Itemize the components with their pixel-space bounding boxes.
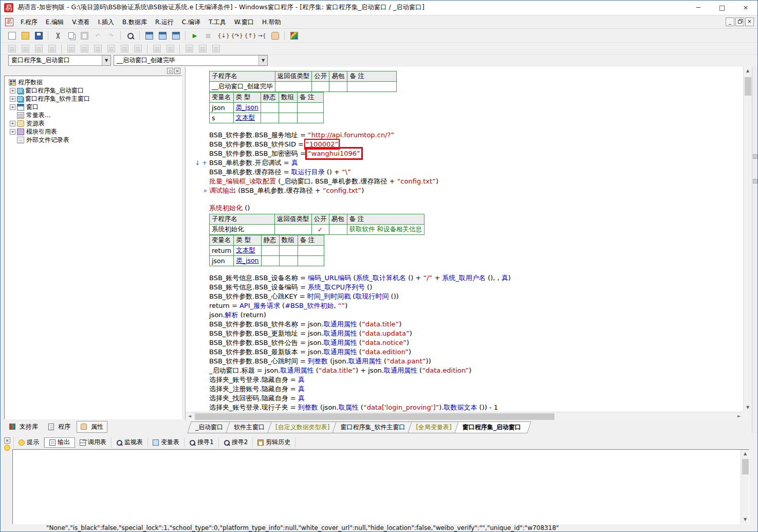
table-cell[interactable] xyxy=(279,113,297,123)
table-cell[interactable] xyxy=(312,82,329,92)
table-cell[interactable] xyxy=(329,82,347,92)
table-cell[interactable] xyxy=(329,225,347,235)
table-cell[interactable]: json xyxy=(210,103,234,113)
table-cell[interactable]: 类_json xyxy=(234,256,261,266)
maximize-button[interactable]: □ xyxy=(710,0,734,15)
cut-button[interactable] xyxy=(51,30,64,41)
bottom-tab[interactable]: 输出 xyxy=(44,437,75,448)
code-line[interactable]: json.解析 (return) xyxy=(209,310,743,320)
code-block[interactable]: 系统初始化 () xyxy=(209,204,743,213)
code-line[interactable]: return = API_服务请求 (#BSB_软件初始, “”) xyxy=(209,301,743,310)
table-cell[interactable] xyxy=(347,82,397,92)
editor-tab[interactable]: _启动窗口 xyxy=(189,421,231,433)
bottom-tab[interactable]: 搜寻1 xyxy=(184,437,219,448)
table-cell[interactable]: return xyxy=(210,246,234,256)
bottom-tab[interactable]: 剪辑历史 xyxy=(253,437,295,448)
bottom-tab[interactable]: 提示 xyxy=(14,437,44,448)
chevron-down-icon[interactable]: ▼ xyxy=(102,56,110,65)
menu-item[interactable]: T.工具 xyxy=(205,16,230,28)
table-cell[interactable] xyxy=(275,82,312,92)
mdi-minimize-button[interactable]: _ xyxy=(726,17,734,26)
menu-item[interactable]: I.插入 xyxy=(94,16,118,28)
editor-content[interactable]: 子程序名返回值类型公开易包备 注__启动窗口_创建完毕 变量名类 型静态数组备 … xyxy=(186,67,743,412)
hint-icon[interactable] xyxy=(4,445,10,451)
bottom-tab[interactable]: 搜寻2 xyxy=(219,437,253,448)
table-cell[interactable] xyxy=(279,246,298,256)
table-cell[interactable] xyxy=(279,256,298,266)
code-line[interactable]: 系统初始化 () xyxy=(209,204,743,213)
table-cell[interactable] xyxy=(261,103,279,113)
code-line[interactable]: BSB_账号信息.BSB_设备名称 = 编码_URL编码 (系统_取计算机名 (… xyxy=(209,273,743,283)
run-button[interactable]: ▶ xyxy=(189,30,201,41)
window-split-button[interactable] xyxy=(156,30,169,41)
tree-item[interactable]: 程序数据 xyxy=(5,78,181,86)
left-tab[interactable]: 属性 xyxy=(77,421,107,433)
assembly-combobox[interactable]: 窗口程序集_启动窗口 ▼ xyxy=(8,55,111,66)
expand-icon[interactable]: + xyxy=(10,129,15,135)
minimize-button[interactable]: ─ xyxy=(687,0,710,15)
table-cell[interactable] xyxy=(297,113,323,123)
new-file-button[interactable] xyxy=(6,30,18,41)
window-cascade-button[interactable] xyxy=(170,30,182,41)
code-line[interactable]: 选择夹_账号登录.现行子夹 = 到整数 (json.取属性 (“data['lo… xyxy=(209,403,743,412)
bottom-tab[interactable]: 调用表 xyxy=(75,437,112,448)
scroll-up-icon[interactable]: ▲ xyxy=(741,450,749,458)
table-cell[interactable]: 类_json xyxy=(233,103,261,113)
table-cell[interactable] xyxy=(298,246,324,256)
editor-tab[interactable]: 窗口程序集_软件主窗口 xyxy=(334,421,413,433)
expand-icon[interactable]: + xyxy=(10,104,15,110)
code-line[interactable]: BSB_软件参数.BSB_更新地址 = json.取通用属性 (“data.up… xyxy=(209,329,743,338)
code-line[interactable]: BSB_软件参数.BSB_软件名称 = json.取通用属性 (“data.ti… xyxy=(209,320,743,329)
tree-item[interactable]: +模块引用表 xyxy=(5,127,181,136)
scroll-right-icon[interactable]: ► xyxy=(735,412,743,420)
tree-item[interactable]: +窗口程序集_启动窗口 xyxy=(5,86,181,95)
find-button[interactable] xyxy=(124,30,136,41)
code-line[interactable]: BSB_软件参数.BSB_心跳时间 = 到整数 (json.取通用属性 (“da… xyxy=(209,357,743,366)
table-cell[interactable]: ✓ xyxy=(311,225,329,235)
step-over-button[interactable]: {↷} xyxy=(229,30,241,41)
step-out-button[interactable]: {↑} xyxy=(242,30,254,41)
menu-item[interactable]: V.查看 xyxy=(68,16,94,28)
code-line[interactable]: 批量_编辑框_读取配置 (_启动窗口, BSB_单机参数.缓存路径 + “con… xyxy=(209,177,743,186)
output-vertical-scrollbar[interactable]: ▲ ▼ xyxy=(741,450,749,524)
bottom-tab[interactable]: 变量表 xyxy=(148,437,184,448)
menu-item[interactable]: R.运行 xyxy=(151,16,178,28)
menu-item[interactable]: C.编译 xyxy=(178,16,205,28)
menu-item[interactable]: F.程序 xyxy=(16,16,42,28)
code-editor[interactable]: 子程序名返回值类型公开易包备 注__启动窗口_创建完毕 变量名类 型静态数组备 … xyxy=(185,67,752,420)
scrollbar-thumb[interactable] xyxy=(742,459,749,474)
menu-item[interactable]: W.窗口 xyxy=(230,16,258,28)
expand-icon[interactable]: + xyxy=(10,121,15,126)
run-to-cursor-button[interactable]: →{ xyxy=(255,30,268,41)
code-line[interactable]: 选择夹_注册账号.隐藏自身 = 真 xyxy=(209,384,743,394)
scrollbar-thumb[interactable] xyxy=(195,413,554,420)
docked-panel-marker[interactable] xyxy=(753,179,757,184)
step-into-button[interactable]: {↓} xyxy=(215,30,228,41)
table-cell[interactable]: json xyxy=(210,256,234,266)
table-cell[interactable]: 系统初始化 xyxy=(210,225,275,235)
code-line[interactable]: BSB_软件参数.BSB_服务地址 = “http://api.forumtop… xyxy=(209,131,743,140)
scrollbar-thumb[interactable] xyxy=(745,77,751,96)
pause-button[interactable] xyxy=(269,30,281,41)
code-line[interactable]: BSB_软件参数.BSB_软件公告 = json.取通用属性 (“data.no… xyxy=(209,338,743,347)
window-tile-button[interactable] xyxy=(143,30,155,41)
table-cell[interactable] xyxy=(261,256,279,266)
close-button[interactable]: × xyxy=(734,0,757,15)
table-cell[interactable] xyxy=(298,256,324,266)
scroll-down-icon[interactable]: ▼ xyxy=(741,516,749,524)
code-line[interactable]: BSB_软件参数.BSB_心跳KEY = 时间_到时间戳 (取现行时间 ()) xyxy=(209,292,743,301)
tree-item[interactable]: +窗口 xyxy=(5,103,181,111)
table-cell[interactable]: __启动窗口_创建完毕 xyxy=(210,82,275,92)
tree-item[interactable]: 常量表... xyxy=(5,111,181,119)
code-line[interactable]: ↓ +BSB_单机参数.开启调试 = 真 xyxy=(209,158,743,168)
table-cell[interactable]: s xyxy=(210,113,234,123)
table-cell[interactable]: 获取软件 和设备相关信息 xyxy=(347,225,424,235)
code-block[interactable]: BSB_账号信息.BSB_设备名称 = 编码_URL编码 (系统_取计算机名 (… xyxy=(209,273,743,412)
chevron-down-icon[interactable]: ▼ xyxy=(258,56,267,65)
code-line[interactable]: »调试输出 (BSB_单机参数.缓存路径 + “config.txt”) xyxy=(209,186,743,195)
editor-horizontal-scrollbar[interactable]: ◄ ► xyxy=(186,412,743,420)
tree-item[interactable]: +资源表 xyxy=(5,119,181,127)
code-block[interactable]: BSB_软件参数.BSB_服务地址 = “http://api.forumtop… xyxy=(209,131,743,195)
scroll-up-icon[interactable]: ▲ xyxy=(744,67,752,75)
event-combobox[interactable]: __启动窗口_创建完毕 ▼ xyxy=(114,55,268,66)
